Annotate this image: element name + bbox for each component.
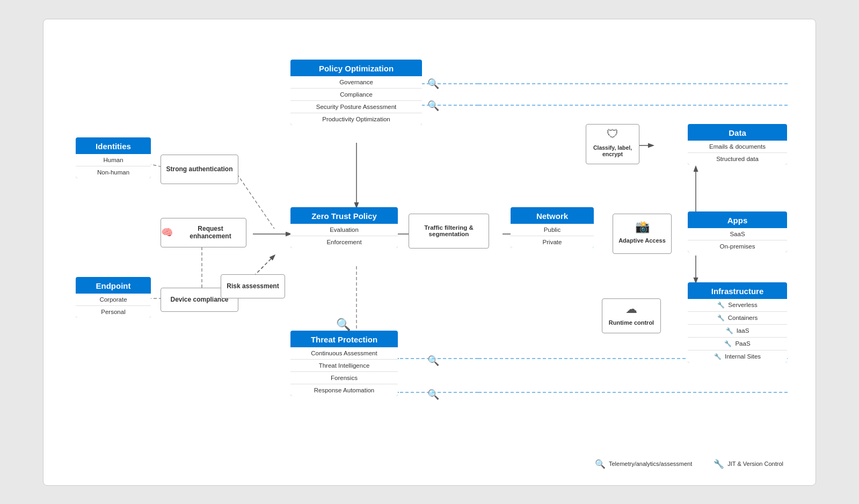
runtime-control-label: Runtime control — [605, 316, 658, 329]
infra-item-1: 🔧 Serverless — [688, 299, 787, 312]
identities-item-2: Non-human — [76, 166, 151, 178]
data-item-2: Structured data — [688, 153, 787, 165]
network-title: Network — [511, 207, 594, 224]
policy-opt-item-1: Governance — [290, 76, 422, 89]
apps-box: Apps SaaS On-premises — [688, 211, 787, 252]
telemetry-icon-2: 🔍 — [427, 100, 439, 112]
legend: 🔍 Telemetry/analytics/assessment 🔧 JIT &… — [595, 459, 783, 469]
endpoint-item-2: Personal — [76, 306, 151, 318]
telemetry-icon-threat: 🔍 — [336, 318, 351, 332]
policy-opt-item-2: Compliance — [290, 89, 422, 101]
threat-prot-item-3: Forensics — [290, 372, 398, 384]
risk-assessment-label: Risk assessment — [222, 279, 283, 293]
threat-protection-box: Threat Protection Continuous Assessment … — [290, 331, 398, 396]
endpoint-title: Endpoint — [76, 277, 151, 294]
data-items: Emails & documents Structured data — [688, 141, 787, 165]
endpoint-item-1: Corporate — [76, 294, 151, 306]
policy-opt-item-4: Productivity Optimization — [290, 113, 422, 125]
apps-title: Apps — [688, 211, 787, 228]
telemetry-icon-3: 🔍 — [427, 355, 439, 367]
legend-telemetry: 🔍 Telemetry/analytics/assessment — [595, 459, 692, 469]
strong-auth-label: Strong authentication — [162, 162, 237, 176]
request-enhancement-label: Request enhancement — [175, 222, 246, 243]
data-box: Data Emails & documents Structured data — [688, 124, 787, 165]
data-title: Data — [688, 124, 787, 141]
infra-items: 🔧 Serverless 🔧 Containers 🔧 IaaS 🔧 PaaS … — [688, 299, 787, 363]
traffic-filtering-label: Traffic filtering & segmentation — [409, 221, 489, 240]
zero-trust-items: Evaluation Enforcement — [290, 224, 398, 248]
data-item-1: Emails & documents — [688, 141, 787, 153]
classify-label: Classify, label, encrypt — [586, 141, 639, 160]
adaptive-access-label: Adaptive Access — [614, 234, 670, 247]
zero-trust-item-1: Evaluation — [290, 224, 398, 236]
request-enhancement-box: 🧠 Request enhancement — [161, 218, 246, 247]
risk-assessment-box: Risk assessment — [221, 274, 285, 298]
infra-item-3: 🔧 IaaS — [688, 325, 787, 338]
zero-trust-box: Zero Trust Policy Evaluation Enforcement — [290, 207, 398, 248]
adaptive-access-box: 📸 Adaptive Access — [613, 214, 672, 254]
infra-title: Infrastructure — [688, 282, 787, 299]
infrastructure-box: Infrastructure 🔧 Serverless 🔧 Containers… — [688, 282, 787, 363]
legend-telemetry-icon: 🔍 — [595, 459, 606, 469]
identities-items: Human Non-human — [76, 154, 151, 178]
policy-opt-items: Governance Compliance Security Posture A… — [290, 76, 422, 125]
identities-item-1: Human — [76, 154, 151, 166]
threat-prot-items: Continuous Assessment Threat Intelligenc… — [290, 347, 398, 396]
telemetry-icon-4: 🔍 — [427, 389, 439, 400]
network-item-1: Public — [511, 224, 594, 236]
threat-prot-item-2: Threat Intelligence — [290, 360, 398, 372]
policy-optimization-box: Policy Optimization Governance Complianc… — [290, 60, 422, 125]
identities-title: Identities — [76, 137, 151, 154]
identities-box: Identities Human Non-human — [76, 137, 151, 178]
zero-trust-title: Zero Trust Policy — [290, 207, 398, 224]
classify-box: 🛡 Classify, label, encrypt — [586, 124, 639, 164]
runtime-control-box: ☁ Runtime control — [602, 298, 661, 333]
legend-telemetry-label: Telemetry/analytics/assessment — [609, 461, 692, 467]
threat-prot-item-4: Response Automation — [290, 384, 398, 396]
legend-jit: 🔧 JIT & Version Control — [714, 459, 783, 469]
infra-item-2: 🔧 Containers — [688, 312, 787, 325]
policy-opt-title: Policy Optimization — [290, 60, 422, 76]
threat-prot-title: Threat Protection — [290, 331, 398, 347]
endpoint-items: Corporate Personal — [76, 294, 151, 318]
legend-jit-label: JIT & Version Control — [727, 461, 783, 467]
traffic-filtering-box: Traffic filtering & segmentation — [409, 214, 489, 249]
telemetry-icon-1: 🔍 — [427, 78, 439, 90]
policy-opt-item-3: Security Posture Assessment — [290, 101, 422, 113]
network-item-2: Private — [511, 236, 594, 248]
strong-auth-box: Strong authentication — [161, 155, 238, 184]
infra-item-4: 🔧 PaaS — [688, 338, 787, 350]
apps-item-2: On-premises — [688, 240, 787, 252]
apps-item-1: SaaS — [688, 228, 787, 240]
zero-trust-item-2: Enforcement — [290, 236, 398, 248]
diagram-container: Identities Human Non-human Endpoint Corp… — [43, 19, 816, 486]
network-box: Network Public Private — [511, 207, 594, 248]
apps-items: SaaS On-premises — [688, 228, 787, 252]
threat-prot-item-1: Continuous Assessment — [290, 347, 398, 360]
infra-item-5: 🔧 Internal Sites — [688, 350, 787, 363]
endpoint-box: Endpoint Corporate Personal — [76, 277, 151, 318]
legend-jit-icon: 🔧 — [714, 459, 724, 469]
network-items: Public Private — [511, 224, 594, 248]
